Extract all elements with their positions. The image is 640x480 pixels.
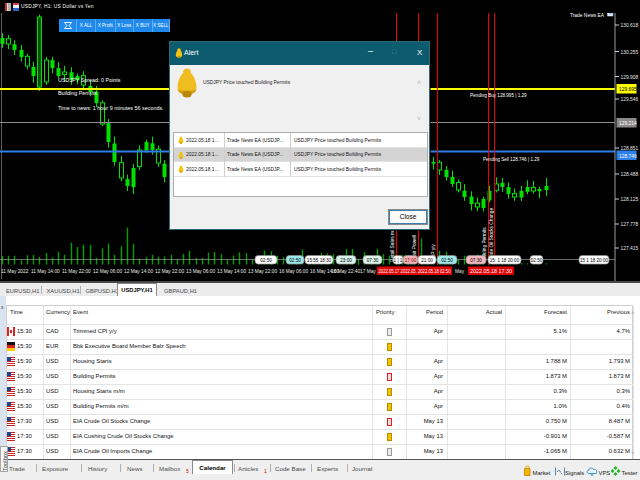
svg-text:130.618: 130.618 (621, 23, 639, 28)
svg-text:12 May 14:00: 12 May 14:00 (124, 269, 153, 274)
svg-text:16 May 22:40: 16 May 22:40 (331, 269, 360, 274)
svg-text:Trade News EA: Trade News EA (570, 13, 605, 18)
svg-text:11 May 2022: 11 May 2022 (1, 269, 29, 274)
svg-text:12 May 06:00: 12 May 06:00 (93, 269, 122, 274)
svg-text:Tester: Tester (622, 470, 638, 476)
svg-text:2022.05.18 17:30: 2022.05.18 17:30 (470, 269, 512, 274)
svg-text:13 May 14:00: 13 May 14:00 (217, 269, 246, 274)
svg-text:2022.05.17 2022.05. 2022.05.18: 2022.05.17 2022.05. 2022.05.18 02:50 (379, 269, 451, 274)
svg-text:17 May: 17 May (360, 269, 376, 274)
svg-text:Building Permits: Building Permits (58, 90, 97, 96)
svg-text:02:50: 02:50 (531, 258, 543, 263)
svg-text:13 May 06:00: 13 May 06:00 (186, 269, 215, 274)
svg-text:127.778: 127.778 (621, 222, 639, 227)
svg-text:128.125: 128.125 (621, 197, 639, 202)
svg-text:1 | 1: 1 | 1 (394, 258, 403, 263)
svg-text:15:55 18:30: 15:55 18:30 (307, 258, 332, 263)
svg-text:11 May 22:00: 11 May 22:00 (62, 269, 91, 274)
svg-text:May: May (455, 269, 465, 274)
svg-text:Pending Sell 128.746 | 1.29: Pending Sell 128.746 | 1.29 (483, 157, 540, 162)
svg-text:21:00: 21:00 (421, 258, 433, 263)
svg-text:128.488: 128.488 (621, 172, 639, 177)
svg-text:Pending Buy 128.995 | 1.29: Pending Buy 128.995 | 1.29 (470, 93, 527, 98)
svg-text:128.746: 128.746 (619, 154, 637, 159)
svg-text:130.255: 130.255 (621, 50, 639, 55)
svg-text:11 May 14:00: 11 May 14:00 (31, 269, 60, 274)
svg-text:02:50: 02:50 (289, 258, 301, 263)
svg-text:15 1 18 20:00: 15 1 18 20:00 (580, 258, 609, 263)
svg-text:128.851: 128.851 (621, 146, 639, 151)
svg-text:Signals: Signals (565, 470, 584, 476)
svg-text:02:50: 02:50 (441, 258, 453, 263)
svg-text:129.908: 129.908 (621, 75, 639, 80)
svg-text:Crude Oil Stocks Change: Crude Oil Stocks Change (489, 208, 494, 262)
svg-text:127.415: 127.415 (621, 246, 639, 251)
svg-text:12 May 22:00: 12 May 22:00 (155, 269, 184, 274)
svg-text:16 May 06:00: 16 May 06:00 (279, 269, 308, 274)
svg-text:23:00: 23:00 (340, 258, 352, 263)
svg-text:17:00: 17:00 (405, 258, 417, 263)
svg-text:15: 1 18 20:00: 15: 1 18 20:00 (490, 258, 520, 263)
svg-text:02:50: 02:50 (260, 258, 272, 263)
svg-text:129.214: 129.214 (619, 121, 637, 126)
svg-text:Market: Market (533, 470, 551, 476)
svg-text:Time to news: 1 hour 9 minutes: Time to news: 1 hour 9 minutes 56 second… (58, 105, 164, 111)
svg-text:13 May 22:00: 13 May 22:00 (248, 269, 277, 274)
svg-text:129.546: 129.546 (621, 97, 639, 102)
svg-text:VPS: VPS (599, 470, 611, 476)
svg-text:USDJPY Spread: 0 Points: USDJPY Spread: 0 Points (58, 77, 121, 83)
svg-text:07:30: 07:30 (470, 258, 482, 263)
svg-text:07:30: 07:30 (367, 258, 379, 263)
svg-text:129.695: 129.695 (619, 87, 637, 92)
